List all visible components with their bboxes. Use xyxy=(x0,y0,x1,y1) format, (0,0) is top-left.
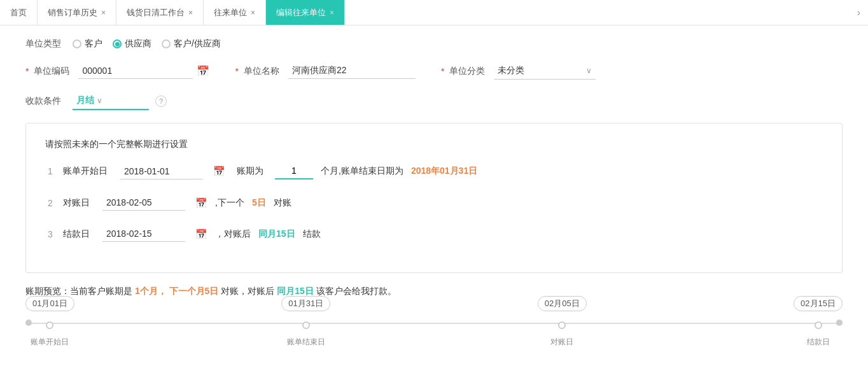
radio-customer[interactable]: 客户 xyxy=(73,38,102,50)
unit-name-required: * xyxy=(235,66,238,76)
close-tab-edit-partner[interactable]: × xyxy=(330,8,334,17)
timeline-points: 01月01日 账单开始日 01月31日 账单结束日 02月05日 对账日 xyxy=(25,319,843,348)
period-date-2[interactable] xyxy=(102,195,185,211)
period-calendar-2[interactable]: 📅 xyxy=(195,197,207,209)
timeline-point-3: 02月05日 对账日 xyxy=(538,319,587,348)
tab-more-button[interactable]: › xyxy=(850,7,868,18)
period-highlight-3: 同月15日 xyxy=(258,229,295,240)
payment-condition-select[interactable]: 月结 ∨ xyxy=(73,92,149,110)
timeline: 01月01日 账单开始日 01月31日 账单结束日 02月05日 对账日 xyxy=(25,313,843,367)
period-num-2: 2 xyxy=(45,198,55,208)
main-content: 单位类型 客户 供应商 客户/供应商 * 单位编码 📅 * 单位名称 xyxy=(0,25,868,387)
period-highlight-2: 5日 xyxy=(252,197,266,209)
payment-condition-row: 收款条件 月结 ∨ ? xyxy=(25,92,843,110)
tab-home[interactable]: 首页 xyxy=(0,0,38,25)
period-prefix-3: ，对账后 xyxy=(215,229,251,240)
preview-label: 账期预览：当前客户账期是 xyxy=(25,286,132,296)
radio-supplier[interactable]: 供应商 xyxy=(113,38,151,50)
unit-name-label: 单位名称 xyxy=(244,66,279,77)
period-calendar-1[interactable]: 📅 xyxy=(213,165,225,177)
preview-text: 账期预览：当前客户账期是 1个月， 下一个月5日 对账，对账后 同月15日 该客… xyxy=(25,286,843,297)
preview-part1: 1个月， xyxy=(135,286,167,296)
timeline-label-1: 01月01日 xyxy=(25,296,74,311)
unit-type-label: 单位类型 xyxy=(25,38,61,50)
period-date-1[interactable] xyxy=(120,164,203,179)
timeline-left-dot xyxy=(25,320,32,326)
payment-condition-chevron: ∨ xyxy=(97,96,102,105)
unit-code-calendar-icon[interactable]: 📅 xyxy=(197,65,209,77)
preview-part2: 下一个月5日 xyxy=(169,286,219,296)
period-num-1: 1 xyxy=(45,166,55,176)
radio-both-label: 客户/供应商 xyxy=(174,38,221,50)
tab-sales-history[interactable]: 销售订单历史 × xyxy=(38,0,116,25)
preview-part3: 对账，对账后 xyxy=(221,286,274,296)
tab-bar: 首页 销售订单历史 × 钱货日清工作台 × 往来单位 × 编辑往来单位 × › xyxy=(0,0,868,25)
unit-category-group: * 单位分类 未分类 ∨ xyxy=(441,62,596,80)
preview-part5: 该客户会给我打款。 xyxy=(316,286,396,296)
timeline-label-3: 02月05日 xyxy=(538,296,587,311)
unit-category-select[interactable]: 未分类 ∨ xyxy=(494,62,596,80)
timeline-point-4: 02月15日 结款日 xyxy=(794,319,843,348)
radio-supplier-label: 供应商 xyxy=(125,38,151,50)
period-label-1: 账单开始日 xyxy=(63,165,108,177)
period-box-title: 请按照未来的一个完整帐期进行设置 xyxy=(45,139,823,150)
radio-customer-circle xyxy=(73,39,81,48)
period-suffix-text-3: 结款 xyxy=(303,229,321,240)
unit-code-input[interactable] xyxy=(78,63,193,79)
timeline-point-1: 01月01日 账单开始日 xyxy=(25,319,74,348)
payment-condition-label: 收款条件 xyxy=(25,95,61,107)
unit-name-group: * 单位名称 xyxy=(235,63,415,79)
timeline-desc-3: 对账日 xyxy=(550,337,573,348)
unit-category-required: * xyxy=(441,66,444,76)
timeline-desc-2: 账单结束日 xyxy=(287,337,325,348)
timeline-point-2: 01月31日 账单结束日 xyxy=(281,319,330,348)
period-months-input[interactable] xyxy=(275,163,313,179)
timeline-desc-1: 账单开始日 xyxy=(31,337,69,348)
period-prefix-2: ,下一个 xyxy=(215,197,244,209)
period-num-3: 3 xyxy=(45,229,55,239)
timeline-label-4: 02月15日 xyxy=(794,296,843,311)
tab-cash-work[interactable]: 钱货日清工作台 × xyxy=(116,0,204,25)
tab-edit-partner[interactable]: 编辑往来单位 × xyxy=(266,0,345,25)
timeline-label-2: 01月31日 xyxy=(281,296,330,311)
period-end-date-highlight: 2018年01月31日 xyxy=(411,165,477,177)
radio-customer-label: 客户 xyxy=(85,38,102,50)
period-label-2: 对账日 xyxy=(63,197,90,209)
timeline-desc-4: 结款日 xyxy=(807,337,830,348)
unit-details-row: * 单位编码 📅 * 单位名称 * 单位分类 未分类 ∨ xyxy=(25,62,843,80)
radio-both-circle xyxy=(162,39,171,48)
payment-help-icon[interactable]: ? xyxy=(155,95,167,107)
unit-code-group: * 单位编码 📅 xyxy=(25,63,209,79)
unit-type-row: 单位类型 客户 供应商 客户/供应商 xyxy=(25,38,843,50)
period-label-3: 结款日 xyxy=(63,229,90,240)
radio-both[interactable]: 客户/供应商 xyxy=(162,38,221,50)
period-calendar-3[interactable]: 📅 xyxy=(195,229,207,240)
unit-category-label: 单位分类 xyxy=(449,66,485,77)
timeline-dot-3 xyxy=(558,321,566,329)
timeline-dot-4 xyxy=(815,321,822,329)
preview-part4: 同月15日 xyxy=(277,286,314,296)
unit-category-value: 未分类 xyxy=(498,65,584,76)
period-row-3: 3 结款日 📅 ，对账后 同月15日 结款 xyxy=(45,226,823,242)
period-suffix-text-2: 对账 xyxy=(274,197,291,209)
unit-code-label: 单位编码 xyxy=(34,66,69,77)
close-tab-sales-history[interactable]: × xyxy=(101,8,106,17)
payment-condition-value: 月结 xyxy=(76,95,94,106)
unit-category-chevron: ∨ xyxy=(586,66,592,75)
period-suffix-1: 个月,账单结束日期为 xyxy=(321,165,403,177)
timeline-right-dot xyxy=(836,320,843,326)
period-middle-1: 账期为 xyxy=(237,165,263,177)
close-tab-partner[interactable]: × xyxy=(251,8,255,17)
period-date-3[interactable] xyxy=(102,226,185,242)
timeline-dot-1 xyxy=(46,321,53,329)
close-tab-cash-work[interactable]: × xyxy=(188,8,193,17)
unit-type-radio-group: 客户 供应商 客户/供应商 xyxy=(73,38,221,50)
radio-supplier-circle xyxy=(113,39,122,48)
period-row-2: 2 对账日 📅 ,下一个 5日 对账 xyxy=(45,195,823,211)
preview-section: 账期预览：当前客户账期是 1个月， 下一个月5日 对账，对账后 同月15日 该客… xyxy=(25,286,843,373)
tab-partner[interactable]: 往来单位 × xyxy=(204,0,266,25)
period-settings-box: 请按照未来的一个完整帐期进行设置 1 账单开始日 📅 账期为 个月,账单结束日期… xyxy=(25,123,843,273)
unit-name-input[interactable] xyxy=(288,63,416,79)
unit-code-required: * xyxy=(25,66,29,76)
timeline-dot-2 xyxy=(302,321,310,329)
